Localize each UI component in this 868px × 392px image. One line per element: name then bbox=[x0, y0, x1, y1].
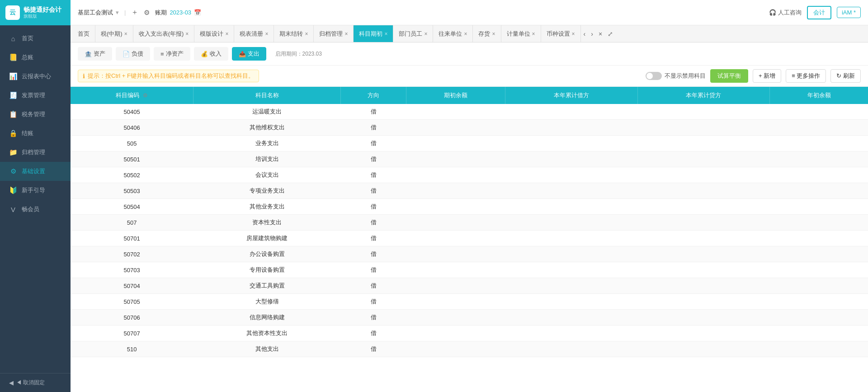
table-row[interactable]: 50406 其他维权支出 借 bbox=[71, 120, 868, 136]
close-all-tabs-icon[interactable]: × bbox=[596, 30, 605, 38]
tab-home[interactable]: 首页 bbox=[72, 25, 95, 43]
category-liability-btn[interactable]: 📄 负债 bbox=[116, 47, 150, 61]
table-row[interactable]: 50701 房屋建筑物购建 借 bbox=[71, 231, 868, 246]
tab-income-expense[interactable]: 收入支出表(年报) × bbox=[133, 25, 195, 43]
expand-icon[interactable]: ⤢ bbox=[605, 30, 616, 38]
toggle-switch[interactable] bbox=[646, 72, 662, 80]
cell-year-balance bbox=[770, 262, 868, 278]
tab-prev-icon[interactable]: ‹ bbox=[581, 30, 589, 38]
close-icon[interactable]: × bbox=[344, 31, 348, 37]
cell-year-balance bbox=[770, 120, 868, 136]
service-btn[interactable]: 🎧 人工咨询 bbox=[769, 9, 802, 17]
category-asset-btn[interactable]: 🏦 资产 bbox=[78, 47, 112, 61]
cell-year-balance bbox=[770, 167, 868, 183]
tab-label: 期末结转 bbox=[279, 30, 303, 38]
sidebar-item-reports[interactable]: 📊 云报表中心 bbox=[0, 67, 71, 86]
close-icon[interactable]: × bbox=[225, 31, 228, 37]
tab-inventory[interactable]: 存货 × bbox=[473, 25, 501, 43]
tab-counterparty[interactable]: 往来单位 × bbox=[433, 25, 473, 43]
sidebar-item-home[interactable]: ⌂ 首页 bbox=[0, 29, 71, 48]
tab-dept-staff[interactable]: 部门员工 × bbox=[393, 25, 433, 43]
app-name: 畅捷通好会计 bbox=[24, 6, 61, 14]
table-row[interactable]: 50502 会议支出 借 bbox=[71, 167, 868, 183]
cell-period-balance bbox=[406, 120, 505, 136]
close-icon[interactable]: × bbox=[464, 31, 467, 37]
tab-label: 部门员工 bbox=[399, 30, 422, 38]
tab-currency[interactable]: 币种设置 × bbox=[541, 25, 581, 43]
add-btn[interactable]: + 新增 bbox=[753, 69, 781, 83]
sidebar-item-closing[interactable]: 🔒 结账 bbox=[0, 124, 71, 143]
tab-tax-period[interactable]: 税(中期) × bbox=[95, 25, 133, 43]
add-project-icon[interactable]: ＋ bbox=[131, 8, 138, 17]
table-row[interactable]: 50707 其他资本性支出 借 bbox=[71, 326, 868, 341]
iam-badge[interactable]: iAM * bbox=[837, 7, 861, 18]
equity-icon: ≡ bbox=[160, 51, 164, 57]
sidebar-item-label: 税务管理 bbox=[22, 110, 45, 118]
project-selector[interactable]: 基层工会测试 ▾ bbox=[78, 9, 119, 17]
table-row[interactable]: 510 其他支出 借 bbox=[71, 341, 868, 357]
category-income-btn[interactable]: 💰 收入 bbox=[194, 47, 228, 61]
period-info: 启用期间：2023.03 bbox=[275, 50, 322, 58]
sidebar-item-guide[interactable]: 🔰 新手引导 bbox=[0, 181, 71, 200]
tab-unit[interactable]: 计量单位 × bbox=[501, 25, 541, 43]
sidebar-item-ledger[interactable]: 📒 总账 bbox=[0, 48, 71, 67]
sidebar-item-invoice[interactable]: 🧾 发票管理 bbox=[0, 86, 71, 105]
sidebar-item-tax[interactable]: 📋 税务管理 bbox=[0, 105, 71, 124]
balance-calc-btn[interactable]: 试算平衡 bbox=[710, 69, 748, 83]
table-row[interactable]: 507 资本性支出 借 bbox=[71, 215, 868, 231]
sidebar-item-archive[interactable]: 📁 归档管理 bbox=[0, 143, 71, 162]
table-row[interactable]: 50504 其他业务支出 借 bbox=[71, 199, 868, 215]
cell-year-balance bbox=[770, 215, 868, 231]
cell-ytd-credit bbox=[637, 326, 770, 341]
close-icon[interactable]: × bbox=[185, 31, 189, 37]
category-bar: 🏦 资产 📄 负债 ≡ 净资产 💰 收入 📤 支出 启用期间：2023.03 bbox=[71, 43, 868, 66]
tab-archive[interactable]: 归档管理 × bbox=[314, 25, 354, 43]
sidebar-item-settings[interactable]: ⚙ 基础设置 bbox=[0, 162, 71, 181]
tab-period-end[interactable]: 期末结转 × bbox=[274, 25, 314, 43]
cell-ytd-credit bbox=[637, 136, 770, 151]
table-row[interactable]: 505 业务支出 借 bbox=[71, 136, 868, 151]
more-actions-btn[interactable]: ≡ 更多操作 bbox=[786, 69, 826, 83]
close-icon[interactable]: × bbox=[124, 31, 127, 37]
cell-code: 50703 bbox=[71, 262, 193, 278]
table-row[interactable]: 50702 办公设备购置 借 bbox=[71, 246, 868, 262]
tab-label: 税(中期) bbox=[101, 30, 123, 38]
refresh-btn[interactable]: ↻ 刷新 bbox=[830, 69, 861, 83]
category-expense-btn[interactable]: 📤 支出 bbox=[232, 47, 266, 61]
tab-subject-initial[interactable]: 科目期初 × bbox=[354, 25, 393, 43]
table-row[interactable]: 50703 专用设备购置 借 bbox=[71, 262, 868, 278]
close-icon[interactable]: × bbox=[424, 31, 427, 37]
toggle-disabled-subjects[interactable]: 不显示禁用科目 bbox=[646, 72, 706, 80]
table-row[interactable]: 50706 信息网络购建 借 bbox=[71, 310, 868, 326]
calendar-icon[interactable]: 📅 bbox=[194, 9, 201, 16]
sidebar-item-member[interactable]: V 畅会员 bbox=[0, 200, 71, 219]
tab-tax-table[interactable]: 税表清册 × bbox=[234, 25, 274, 43]
cell-name: 办公设备购置 bbox=[193, 246, 341, 262]
cell-name: 交通工具购置 bbox=[193, 278, 341, 294]
tab-next-icon[interactable]: › bbox=[588, 30, 596, 38]
cell-name: 信息网络购建 bbox=[193, 310, 341, 326]
table-row[interactable]: 50705 大型修缮 借 bbox=[71, 294, 868, 310]
close-icon[interactable]: × bbox=[384, 31, 387, 37]
table-row[interactable]: 50501 培训支出 借 bbox=[71, 151, 868, 167]
table-row[interactable]: 50503 专项业务支出 借 bbox=[71, 183, 868, 199]
table-row[interactable]: 50405 运温暖支出 借 bbox=[71, 104, 868, 120]
sidebar-item-label: 云报表中心 bbox=[22, 72, 51, 80]
col-ytd-debit: 本年累计借方 bbox=[505, 87, 638, 104]
tab-template[interactable]: 模版设计 × bbox=[194, 25, 234, 43]
close-icon[interactable]: × bbox=[265, 31, 268, 37]
category-equity-btn[interactable]: ≡ 净资产 bbox=[154, 47, 190, 61]
close-icon[interactable]: × bbox=[492, 31, 495, 37]
close-icon[interactable]: × bbox=[305, 31, 308, 37]
liability-icon: 📄 bbox=[123, 51, 130, 57]
table-row[interactable]: 50704 交通工具购置 借 bbox=[71, 278, 868, 294]
column-settings-icon[interactable]: ⚙ bbox=[143, 92, 148, 99]
close-icon[interactable]: × bbox=[572, 31, 575, 37]
sidebar-collapse-btn[interactable]: ◀ ◀ 取消固定 bbox=[0, 373, 71, 392]
settings-gear-icon[interactable]: ⚙ bbox=[144, 9, 150, 17]
close-icon[interactable]: × bbox=[532, 31, 535, 37]
headset-icon: 🎧 bbox=[769, 9, 776, 16]
cell-year-balance bbox=[770, 183, 868, 199]
logo-icon: 云 bbox=[5, 5, 20, 20]
user-role-btn[interactable]: 会计 bbox=[807, 6, 831, 19]
